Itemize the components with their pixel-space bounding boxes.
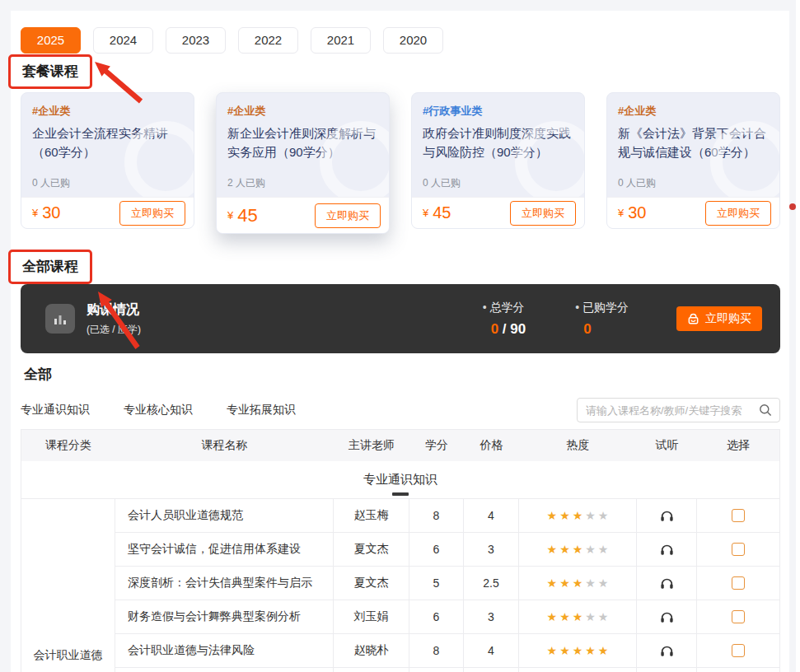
star-empty-icon: ★ — [585, 576, 596, 590]
search-input[interactable] — [586, 404, 759, 417]
course-card[interactable]: #企业类 新《会计法》背景下会计合规与诚信建设（60学分） 0 人已购 ¥ 30… — [606, 92, 780, 229]
notification-dot — [789, 203, 796, 210]
star-empty-icon: ★ — [585, 543, 596, 556]
course-name[interactable]: 深度剖析：会计失信典型案件与启示 — [115, 567, 334, 600]
price-value: 3 — [464, 600, 519, 633]
teacher-name: 赵晓朴 — [334, 634, 409, 667]
star-filled-icon: ★ — [559, 509, 570, 522]
course-table: 课程分类 课程名称 主讲老师 学分 价格 热度 试听 选择 专业通识知识 会计职… — [21, 429, 780, 672]
select-checkbox[interactable] — [732, 543, 745, 556]
headphone-icon — [660, 645, 674, 657]
star-filled-icon: ★ — [559, 576, 570, 590]
star-empty-icon: ★ — [585, 509, 596, 522]
course-card[interactable]: #行政事业类 政府会计准则制度深度实践与风险防控（90学分） 0 人已购 ¥ 4… — [411, 92, 585, 229]
select-checkbox[interactable] — [732, 509, 745, 522]
select-checkbox[interactable] — [732, 576, 745, 590]
search-box — [577, 398, 780, 422]
rating-stars: ★★★★★ — [519, 634, 637, 667]
year-tab-2023[interactable]: 2023 — [166, 27, 226, 54]
all-courses-label: 全部课程 — [8, 250, 92, 284]
audition-button[interactable] — [660, 645, 674, 657]
course-name[interactable]: 会计人员职业道德规范 — [115, 499, 334, 532]
star-filled-icon: ★ — [547, 610, 558, 623]
audition-button[interactable] — [660, 577, 674, 590]
credits-value: 6 — [409, 600, 464, 633]
total-credits-label: 总学分 — [483, 301, 526, 315]
year-tab-2021[interactable]: 2021 — [311, 27, 371, 54]
column-header: 主讲老师 — [334, 438, 409, 453]
tab-extended-knowledge[interactable]: 专业拓展知识 — [227, 403, 296, 418]
year-tab-2022[interactable]: 2022 — [238, 27, 298, 54]
card-buyers-count: 0 人已购 — [32, 176, 70, 190]
category-cell: 会计职业道德 — [21, 499, 115, 672]
table-row: 坚守会计诚信，促进信用体系建设 夏文杰 6 3 ★★★★★ — [115, 533, 779, 567]
audition-button[interactable] — [660, 611, 674, 623]
teacher-name: 赵玉梅 — [334, 499, 409, 532]
rating-stars: ★★★★★ — [519, 499, 637, 532]
rating-stars: ★★★★★ — [519, 533, 637, 566]
star-empty-icon: ★ — [598, 509, 609, 522]
star-empty-icon: ★ — [598, 610, 609, 623]
card-price-bar: ¥ 45 立即购买 — [217, 197, 389, 233]
star-filled-icon: ★ — [598, 644, 609, 657]
star-filled-icon: ★ — [573, 543, 583, 556]
buy-now-button[interactable]: 立即购买 — [705, 201, 771, 226]
price-value: 2.5 — [464, 567, 519, 600]
red-arrow-icon — [96, 290, 144, 352]
column-header: 试听 — [637, 438, 697, 453]
card-price-bar: ¥ 45 立即购买 — [412, 197, 584, 228]
watermark-ring-icon — [710, 121, 780, 203]
audition-button[interactable] — [660, 510, 674, 522]
course-name[interactable]: 财务造假与会计舞弊典型案例分析 — [115, 600, 334, 633]
year-tab-2025[interactable]: 2025 — [21, 27, 81, 54]
buy-now-button[interactable]: 立即购买 — [510, 201, 576, 226]
tab-general-knowledge[interactable]: 专业通识知识 — [21, 403, 90, 418]
credits-value: 8 — [409, 499, 464, 532]
column-header: 热度 — [519, 438, 637, 453]
bar-chart-icon — [45, 304, 75, 334]
credits-value: 6 — [409, 533, 464, 566]
currency-symbol: ¥ — [618, 207, 624, 219]
year-tab-2020[interactable]: 2020 — [383, 27, 443, 54]
year-tab-bar: 2025 2024 2023 2022 2021 2020 — [21, 27, 443, 54]
course-name[interactable]: 会计职业道德与法律风险 — [115, 634, 334, 667]
purchased-credits-value: 0 — [575, 321, 629, 338]
price-value: 4 — [464, 634, 519, 667]
red-arrow-icon — [93, 60, 151, 111]
table-row: 会计人员职业道德规范 赵玉梅 8 4 ★★★★★ — [115, 499, 779, 533]
headphone-icon — [660, 544, 674, 556]
select-checkbox[interactable] — [732, 610, 745, 623]
star-filled-icon: ★ — [573, 644, 583, 657]
buy-now-button[interactable]: 立即购买 — [676, 306, 762, 331]
group-title: 专业通识知识 — [21, 461, 779, 499]
buy-now-button[interactable]: 立即购买 — [119, 201, 185, 226]
tab-core-knowledge[interactable]: 专业核心知识 — [124, 403, 193, 418]
teacher-name: 刘玉娟 — [334, 600, 409, 633]
star-empty-icon: ★ — [598, 576, 609, 590]
card-buyers-count: 2 人已购 — [227, 176, 265, 190]
total-credits-value: 0 / 90 — [483, 321, 526, 338]
course-card[interactable]: #企业类 企业会计全流程实务精讲（60学分） 0 人已购 ¥ 30 立即购买 — [21, 92, 194, 229]
star-filled-icon: ★ — [547, 576, 558, 590]
search-icon[interactable] — [759, 404, 772, 417]
price-value: 3 — [464, 533, 519, 566]
course-name[interactable]: 坚守会计诚信，促进信用体系建设 — [115, 533, 334, 566]
catalog-heading: 全部 — [24, 365, 52, 384]
star-filled-icon: ★ — [573, 610, 583, 623]
watermark-ring-icon — [320, 121, 390, 203]
rating-stars: ★★★★★ — [519, 567, 637, 600]
year-tab-2024[interactable]: 2024 — [93, 27, 153, 54]
select-checkbox[interactable] — [732, 644, 745, 657]
buy-now-button[interactable]: 立即购买 — [315, 203, 381, 228]
card-price: 45 — [433, 203, 451, 222]
credits-value: 8 — [409, 634, 464, 667]
watermark-ring-icon — [124, 121, 194, 203]
star-empty-icon: ★ — [598, 543, 609, 556]
column-header: 课程分类 — [21, 438, 115, 453]
audition-button[interactable] — [660, 544, 674, 556]
table-header-row: 课程分类 课程名称 主讲老师 学分 价格 热度 试听 选择 — [21, 430, 779, 461]
star-filled-icon: ★ — [547, 543, 558, 556]
card-price-bar: ¥ 30 立即购买 — [607, 197, 779, 228]
course-card[interactable]: #企业类 新企业会计准则深度解析与实务应用（90学分） 2 人已购 ¥ 45 立… — [216, 92, 390, 234]
column-header: 价格 — [464, 438, 519, 453]
